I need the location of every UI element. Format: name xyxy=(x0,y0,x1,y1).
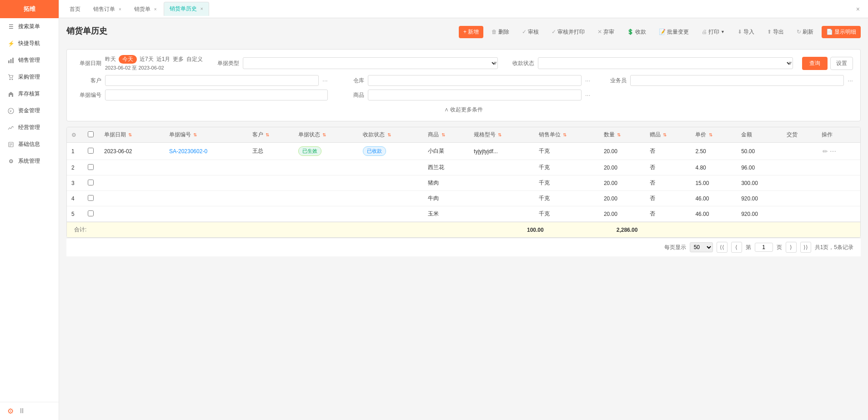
warehouse-input[interactable] xyxy=(368,75,582,86)
sidebar-item-purchase-mgmt[interactable]: 采购管理 xyxy=(0,69,59,85)
collapse-button[interactable]: ∧ 收起更多条件 xyxy=(74,104,853,115)
system-mgmt-icon: ⚙ xyxy=(7,158,15,165)
goods-more-icon[interactable]: ··· xyxy=(585,91,591,99)
col-amount: 金额 xyxy=(737,127,782,143)
data-table: ⚙ 单据日期 ⇅ 单据编号 ⇅ xyxy=(66,127,861,238)
sidebar-item-quick-nav[interactable]: ⚡ 快捷导航 xyxy=(0,35,59,52)
export-button[interactable]: ⬆ 导出 xyxy=(763,26,788,38)
col-customer[interactable]: 客户 ⇅ xyxy=(248,127,294,143)
import-button[interactable]: ⬇ 导入 xyxy=(733,26,759,38)
cell-transaction-3 xyxy=(782,191,817,206)
shortcut-today[interactable]: 今天 xyxy=(119,55,137,64)
doc-type-select[interactable] xyxy=(243,57,498,69)
action-more-0[interactable]: ⋯ xyxy=(830,148,836,155)
shortcut-custom[interactable]: 自定义 xyxy=(186,55,203,63)
cell-spec-0: tyjyjtyjdf... xyxy=(469,143,534,160)
filter-doc-type: 单据类型 ▼ xyxy=(212,57,498,69)
table-settings-icon[interactable]: ⚙ xyxy=(71,132,76,138)
sidebar-item-search-menu[interactable]: ☰ 搜索菜单 xyxy=(0,18,59,35)
per-page-select[interactable]: 50 100 xyxy=(690,242,713,252)
tab-home[interactable]: 首页 xyxy=(64,2,86,16)
sidebar-item-finance[interactable]: ¥ 资金管理 xyxy=(0,102,59,119)
settings-filter-button[interactable]: 设置 xyxy=(830,57,853,70)
cell-checkbox-1[interactable] xyxy=(83,160,100,175)
col-settings[interactable]: ⚙ xyxy=(67,127,83,143)
col-goods[interactable]: 商品 ⇅ xyxy=(423,127,469,143)
tab-sales-history-close[interactable]: × xyxy=(201,6,203,11)
sidebar-collapse-icon[interactable]: ⏸ xyxy=(18,407,25,415)
cell-doc-status-3 xyxy=(294,191,359,206)
new-button[interactable]: + 新增 xyxy=(459,26,483,38)
sidebar-item-inventory[interactable]: 库存核算 xyxy=(0,85,59,102)
filter-row-1: 单据日期 昨天 今天 近7天 近1月 更多 自定义 2023-06-02 xyxy=(74,55,853,71)
payment-status-select[interactable] xyxy=(538,57,793,69)
cell-checkbox-2[interactable] xyxy=(83,175,100,191)
abandon-button[interactable]: ✕ 弃审 xyxy=(593,26,619,38)
print-button[interactable]: 🖨 打印 ▼ xyxy=(697,26,729,38)
col-doc-status[interactable]: 单据状态 ⇅ xyxy=(294,127,359,143)
select-all-checkbox[interactable] xyxy=(88,131,94,137)
goods-input[interactable] xyxy=(368,90,582,100)
salesperson-more-icon[interactable]: ··· xyxy=(848,77,853,84)
shortcut-7days[interactable]: 近7天 xyxy=(140,55,154,63)
tab-sales-order[interactable]: 销售订单 × xyxy=(87,2,127,16)
cell-doc-no-2[interactable] xyxy=(165,175,248,191)
doc-no-input[interactable] xyxy=(105,90,328,100)
col-gift[interactable]: 赠品 ⇅ xyxy=(645,127,691,143)
refresh-label: 刷新 xyxy=(803,28,813,36)
cell-checkbox-4[interactable] xyxy=(83,206,100,222)
cell-doc-no-0[interactable]: SA-20230602-0 xyxy=(165,143,248,160)
next-page-button[interactable]: ⟩ xyxy=(786,242,797,253)
audit-button[interactable]: ✓ 审核 xyxy=(517,26,543,38)
delete-icon: 🗑 xyxy=(492,29,497,35)
tab-sales-delivery[interactable]: 销货单 × xyxy=(128,2,163,16)
shortcut-yesterday[interactable]: 昨天 xyxy=(105,55,116,63)
cell-doc-no-4[interactable] xyxy=(165,206,248,222)
col-spec[interactable]: 规格型号 ⇅ xyxy=(469,127,534,143)
col-unit[interactable]: 销售单位 ⇅ xyxy=(534,127,599,143)
customer-input[interactable] xyxy=(105,75,319,86)
last-page-button[interactable]: ⟩⟩ xyxy=(800,242,811,253)
tab-sales-history[interactable]: 销货单历史 × xyxy=(164,2,209,16)
tab-bar-close[interactable]: × xyxy=(853,5,863,13)
import-label: 导入 xyxy=(743,28,754,36)
refresh-button[interactable]: ↻ 刷新 xyxy=(792,26,818,38)
cell-goods-0: 小白菜 xyxy=(423,143,469,160)
action-edit-0[interactable]: ✏ xyxy=(823,148,828,155)
sidebar-item-system-mgmt[interactable]: ⚙ 系统管理 xyxy=(0,153,59,170)
query-button[interactable]: 查询 xyxy=(802,57,828,70)
batch-change-button[interactable]: 📝 批量变更 xyxy=(654,26,693,38)
payment-status-sort-icon: ⇅ xyxy=(387,132,391,137)
cell-doc-no-1[interactable] xyxy=(165,160,248,175)
warehouse-more-icon[interactable]: ··· xyxy=(585,77,591,84)
sidebar-settings-icon[interactable]: ⚙ xyxy=(7,407,14,415)
svg-text:¥: ¥ xyxy=(9,109,12,113)
cell-checkbox-0[interactable] xyxy=(83,143,100,160)
tab-sales-order-close[interactable]: × xyxy=(119,7,121,12)
delete-button[interactable]: 🗑 删除 xyxy=(487,26,514,38)
audit-print-button[interactable]: ✓ 审核并打印 xyxy=(547,26,589,38)
cell-customer-1 xyxy=(248,160,294,175)
doc-type-dropdown-icon: ▼ xyxy=(492,60,498,66)
col-qty[interactable]: 数量 ⇅ xyxy=(599,127,645,143)
col-doc-date[interactable]: 单据日期 ⇅ xyxy=(100,127,165,143)
col-doc-no[interactable]: 单据编号 ⇅ xyxy=(165,127,248,143)
collect-button[interactable]: 💲 收款 xyxy=(622,26,651,38)
customer-more-icon[interactable]: ··· xyxy=(322,77,328,84)
first-page-button[interactable]: ⟨⟨ xyxy=(717,242,728,253)
shortcut-more[interactable]: 更多 xyxy=(173,55,184,63)
prev-page-button[interactable]: ⟨ xyxy=(731,242,742,253)
sidebar-item-basic-info[interactable]: 基础信息 xyxy=(0,136,59,153)
cell-seq-1: 2 xyxy=(67,160,83,175)
sidebar-item-sales-mgmt[interactable]: 销售管理 xyxy=(0,52,59,69)
sidebar-item-operations[interactable]: 经营管理 xyxy=(0,119,59,136)
page-number-input[interactable] xyxy=(755,243,773,252)
col-payment-status[interactable]: 收款状态 ⇅ xyxy=(358,127,423,143)
tab-sales-delivery-close[interactable]: × xyxy=(154,7,157,12)
shortcut-1month[interactable]: 近1月 xyxy=(156,55,171,63)
cell-checkbox-3[interactable] xyxy=(83,191,100,206)
col-unit-price[interactable]: 单价 ⇅ xyxy=(691,127,737,143)
salesperson-input[interactable] xyxy=(630,75,844,86)
cell-doc-no-3[interactable] xyxy=(165,191,248,206)
show-detail-button[interactable]: 📄 显示明细 xyxy=(822,26,861,38)
